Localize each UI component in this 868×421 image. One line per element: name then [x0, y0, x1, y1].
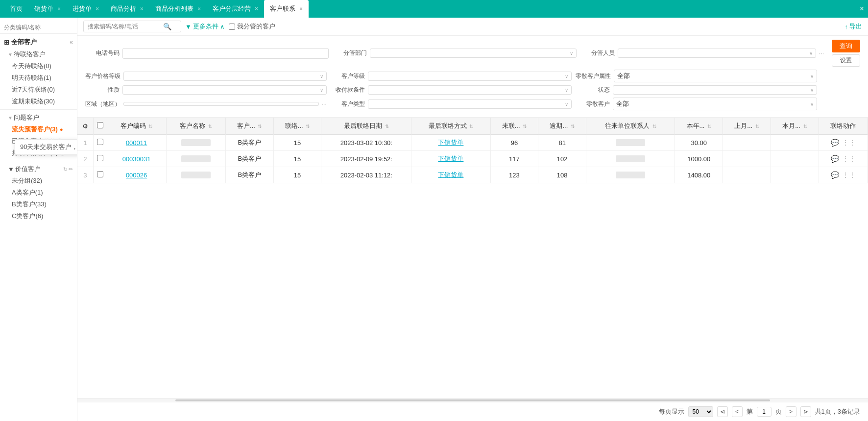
action-msg-3[interactable]: 💬: [831, 171, 839, 179]
filter-dept-select[interactable]: ∨: [370, 49, 576, 58]
sidebar-collapse-btn[interactable]: «: [70, 39, 73, 46]
sidebar-item-b-class[interactable]: B类客户(33): [0, 198, 77, 210]
th-gear[interactable]: ⚙: [77, 118, 93, 135]
filter-phone-input[interactable]: [122, 48, 329, 59]
window-close-btn[interactable]: ×: [860, 4, 864, 13]
tab-product-list-close[interactable]: ×: [197, 5, 201, 12]
tab-home[interactable]: 首页: [4, 0, 28, 18]
filter-region-ellipsis[interactable]: ···: [322, 100, 327, 107]
sidebar-item-today[interactable]: 今天待联络(0): [0, 60, 77, 72]
horizontal-scrollbar[interactable]: [77, 398, 868, 402]
sidebar-item-c-class[interactable]: C类客户(6): [0, 210, 77, 222]
sidebar-section-pending[interactable]: ▼ 待联络客户: [0, 49, 77, 60]
refresh-icon[interactable]: ↻: [63, 166, 68, 173]
tab-purchase-close[interactable]: ×: [96, 5, 99, 12]
my-customers-check-input[interactable]: [229, 24, 235, 30]
sidebar-search-input[interactable]: [4, 24, 77, 31]
th-last-method[interactable]: 最后联络方式 ⇅: [411, 118, 490, 135]
tab-customer-segment-close[interactable]: ×: [255, 5, 258, 12]
td-overdue-2: 102: [538, 151, 586, 167]
filter-grade-select[interactable]: ∨: [368, 72, 572, 81]
select-all-checkbox[interactable]: [97, 122, 103, 128]
table-row: 2 00030031 B类客户 15 2023-02-09 19:52: 下销货…: [77, 151, 868, 167]
sidebar-section-value[interactable]: ▼ 价值客户 ↻ ✏: [0, 163, 77, 175]
scrollbar-thumb[interactable]: [175, 399, 770, 401]
export-btn[interactable]: ↑ 导出: [845, 22, 863, 31]
sidebar-section-problem[interactable]: ▼ 问题客户: [0, 112, 77, 124]
th-name[interactable]: 客户名称 ⇅: [166, 118, 225, 135]
td-code-1[interactable]: 000011: [107, 135, 166, 151]
th-code[interactable]: 客户编码 ⇅: [107, 118, 166, 135]
sidebar-item-ungroup[interactable]: 未分组(32): [0, 175, 77, 187]
sidebar-item-overdue[interactable]: 逾期未联络(30): [0, 96, 77, 107]
filter-scatter-attr-select[interactable]: 全部 ∨: [614, 70, 817, 82]
edit-icon[interactable]: ✏: [69, 166, 73, 173]
tab-product-analysis[interactable]: 商品分析 ×: [105, 0, 149, 18]
action-more-3[interactable]: ⋮⋮: [842, 171, 856, 179]
filter-status-select[interactable]: ∨: [613, 85, 817, 95]
filter-cust-type-select[interactable]: ∨: [368, 99, 572, 109]
action-more-1[interactable]: ⋮⋮: [842, 139, 856, 147]
page-input[interactable]: [757, 407, 772, 417]
sidebar-item-a-class[interactable]: A类客户(1): [0, 187, 77, 198]
th-contact-person[interactable]: 往来单位联系人 ⇅: [586, 118, 675, 135]
filter-row-1: 电话号码 分管部门 ∨ 分管人员 ∨ ···: [85, 40, 860, 67]
next-page-btn[interactable]: >: [786, 406, 796, 417]
my-customers-checkbox[interactable]: 我分管的客户: [229, 22, 275, 31]
prev-page-btn[interactable]: <: [732, 406, 743, 417]
sidebar-item-tomorrow[interactable]: 明天待联络(1): [0, 72, 77, 84]
th-type[interactable]: 客户... ⇅: [225, 118, 273, 135]
td-code-2[interactable]: 00030031: [107, 151, 166, 167]
tab-sales[interactable]: 销货单 ×: [28, 0, 67, 18]
filter-scatter-attr-label: 零散客户属性: [576, 72, 611, 80]
td-method-3[interactable]: 下销货单: [411, 167, 490, 183]
filter-person-ellipsis[interactable]: ···: [819, 50, 824, 57]
th-not-contacted[interactable]: 未联... ⇅: [490, 118, 538, 135]
sidebar-all-customers[interactable]: ⊞ 全部客户 «: [0, 36, 77, 49]
query-btn[interactable]: 查询: [832, 40, 860, 52]
filter-person-select[interactable]: ∨: [618, 49, 816, 58]
th-overdue[interactable]: 逾期... ⇅: [538, 118, 586, 135]
th-this-month[interactable]: 本月... ⇅: [771, 118, 819, 135]
th-last-month[interactable]: 上月... ⇅: [723, 118, 771, 135]
th-last-date[interactable]: 最后联络日期 ⇅: [321, 118, 411, 135]
td-code-3[interactable]: 000026: [107, 167, 166, 183]
last-page-btn[interactable]: ⊳: [800, 406, 811, 417]
tab-product-analysis-close[interactable]: ×: [140, 5, 144, 12]
td-method-1[interactable]: 下销货单: [411, 135, 490, 151]
tab-customer-contact-close[interactable]: ×: [299, 5, 303, 12]
filter-region-select[interactable]: [123, 102, 319, 106]
filter-price-grade-select[interactable]: ∨: [123, 72, 327, 81]
row-checkbox-3[interactable]: [97, 171, 103, 177]
sidebar-item-churn-warning[interactable]: 流失预警客户(3) ●: [0, 124, 77, 135]
sidebar-item-7days[interactable]: 近7天待联络(0): [0, 84, 77, 96]
tab-product-list[interactable]: 商品分析列表 ×: [149, 0, 207, 18]
tab-sales-close[interactable]: ×: [57, 5, 61, 12]
tab-purchase[interactable]: 进货单 ×: [67, 0, 105, 18]
filter-nature-select[interactable]: ∨: [122, 85, 327, 95]
td-method-2[interactable]: 下销货单: [411, 151, 490, 167]
tab-customer-segment[interactable]: 客户分层经营 ×: [207, 0, 264, 18]
search-input[interactable]: [88, 23, 161, 30]
filter-btn[interactable]: ▼ 更多条件 ∧: [185, 22, 225, 31]
tab-customer-contact[interactable]: 客户联系 ×: [264, 0, 309, 18]
filter-person-label: 分管人员: [580, 49, 615, 57]
search-btn[interactable]: 🔍: [163, 23, 171, 30]
first-page-btn[interactable]: ⊲: [717, 406, 728, 417]
row-checkbox-2[interactable]: [97, 155, 103, 161]
td-row-num-3: 3: [77, 167, 93, 183]
td-nc-2: 117: [490, 151, 538, 167]
row-checkbox-1[interactable]: [97, 139, 103, 145]
filter-scatter-select[interactable]: 全部 ∨: [613, 98, 817, 110]
action-more-2[interactable]: ⋮⋮: [842, 155, 856, 163]
action-msg-1[interactable]: 💬: [831, 139, 839, 147]
tooltip-churn-warning: 90天未交易的客户，可能有流失风险。: [15, 139, 77, 155]
td-nc-3: 123: [490, 167, 538, 183]
filter-payment-select[interactable]: ∨: [368, 85, 572, 95]
th-this-year[interactable]: 本年... ⇅: [675, 118, 723, 135]
setting-btn[interactable]: 设置: [832, 54, 860, 67]
th-contact[interactable]: 联络... ⇅: [273, 118, 321, 135]
sort-type-icon: ⇅: [258, 124, 262, 129]
action-msg-2[interactable]: 💬: [831, 155, 839, 163]
page-size-select[interactable]: 50 20 100: [688, 406, 713, 417]
